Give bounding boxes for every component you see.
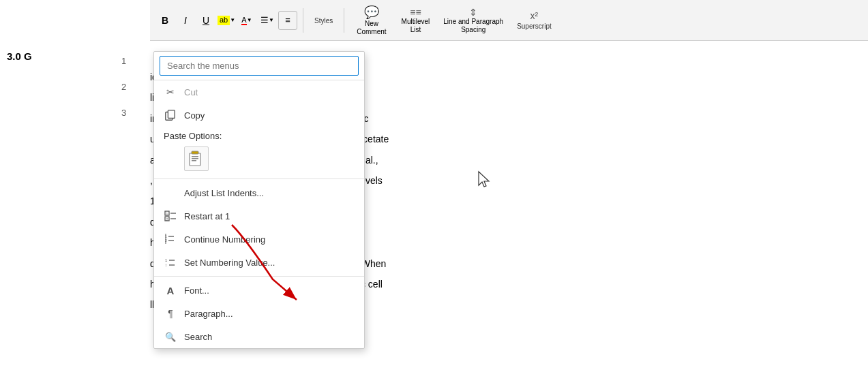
search-icon: 🔍	[164, 330, 177, 343]
context-menu: ✂ Cut Copy Paste Options: Ad	[153, 51, 365, 349]
styles-label: Styles	[314, 17, 333, 25]
paragraph-menu-item[interactable]: ¶ Paragraph...	[154, 302, 364, 325]
superscript-button[interactable]: x² Superscript	[511, 7, 557, 33]
line-numbers: 1 2 3	[121, 48, 126, 125]
svg-rect-4	[192, 156, 198, 157]
set-numbering-icon: 1 ↕	[164, 256, 177, 269]
cut-icon: ✂	[164, 85, 177, 99]
svg-rect-3	[192, 151, 198, 154]
menu-divider-2	[154, 276, 364, 277]
paragraph-icon: ¶	[164, 307, 177, 320]
svg-rect-1	[168, 110, 175, 119]
continue-numbering-icon: 1 2	[164, 232, 177, 246]
font-label: Font...	[184, 285, 355, 296]
new-comment-button[interactable]: 💬 New Comment	[350, 2, 393, 39]
paragraph-label: Paragraph...	[184, 309, 355, 319]
left-margin: 3.0 G 1 2 3	[0, 41, 150, 387]
styles-button[interactable]: Styles	[309, 13, 338, 27]
svg-text:↕: ↕	[165, 263, 167, 267]
paste-icons-row	[154, 144, 364, 176]
list-style-button[interactable]: ≡	[278, 11, 297, 30]
line-para-label: Line and Paragraph Spacing	[443, 18, 503, 34]
search-label: Search	[184, 332, 355, 342]
toolbar: B I U ab ▼ A ▼ ☰▼ ≡ Styles 💬 New Comment	[150, 0, 868, 41]
copy-icon	[164, 108, 177, 122]
svg-rect-5	[192, 158, 198, 159]
search-menus-input[interactable]	[160, 56, 359, 76]
svg-rect-6	[192, 160, 196, 161]
svg-text:1: 1	[165, 258, 168, 262]
list-button[interactable]: ☰▼	[258, 11, 277, 30]
line-paragraph-button[interactable]: ⇕ Line and Paragraph Spacing	[438, 4, 509, 37]
search-box-wrapper	[154, 52, 364, 80]
adjust-list-icon	[164, 186, 177, 200]
continue-numbering-label: Continue Numbering	[184, 234, 355, 245]
format-buttons: B I U ab ▼ A ▼ ☰▼ ≡	[155, 11, 297, 30]
paste-icon-clipboard[interactable]	[184, 146, 209, 171]
line-num-3: 3	[121, 99, 126, 125]
superscript-label: Superscript	[517, 22, 552, 30]
underline-button[interactable]: U	[196, 11, 215, 30]
line-num-2: 2	[121, 74, 126, 99]
svg-text:1: 1	[166, 212, 168, 216]
copy-menu-item[interactable]: Copy	[154, 104, 364, 127]
font-menu-item[interactable]: A Font...	[154, 279, 364, 302]
paste-options-header: Paste Options:	[154, 127, 364, 144]
restart-menu-item[interactable]: 1 2 Restart at 1	[154, 204, 364, 228]
section-heading: 3.0 G	[7, 50, 32, 62]
multilevel-list-label: Multilevel List	[402, 18, 430, 34]
italic-button[interactable]: I	[176, 11, 195, 30]
line-num-1: 1	[121, 48, 126, 74]
continue-numbering-menu-item[interactable]: 1 2 Continue Numbering	[154, 228, 364, 251]
restart-label: Restart at 1	[184, 211, 355, 221]
highlight-button[interactable]: ab ▼	[217, 11, 236, 30]
separator-2	[344, 8, 344, 33]
adjust-list-menu-item[interactable]: Adjust List Indents...	[154, 181, 364, 204]
separator-1	[303, 8, 303, 33]
new-comment-label: New Comment	[357, 20, 386, 36]
cut-menu-item[interactable]: ✂ Cut	[154, 80, 364, 104]
search-menu-item[interactable]: 🔍 Search	[154, 325, 364, 348]
cut-label: Cut	[184, 87, 355, 97]
restart-icon: 1 2	[164, 209, 177, 223]
svg-text:2: 2	[166, 217, 168, 221]
document-area: 3.0 G 1 2 3 ids lite in cancer cells int…	[0, 41, 868, 387]
set-numbering-label: Set Numbering Value...	[184, 258, 355, 268]
copy-label: Copy	[184, 110, 355, 121]
adjust-list-label: Adjust List Indents...	[184, 188, 355, 198]
font-color-button[interactable]: A ▼	[237, 11, 256, 30]
svg-rect-2	[190, 153, 200, 166]
multilevel-list-button[interactable]: ≡≡ Multilevel List	[396, 4, 436, 37]
set-numbering-menu-item[interactable]: 1 ↕ Set Numbering Value...	[154, 251, 364, 274]
menu-divider-1	[154, 179, 364, 179]
bold-button[interactable]: B	[155, 11, 175, 30]
font-icon: A	[164, 283, 177, 297]
